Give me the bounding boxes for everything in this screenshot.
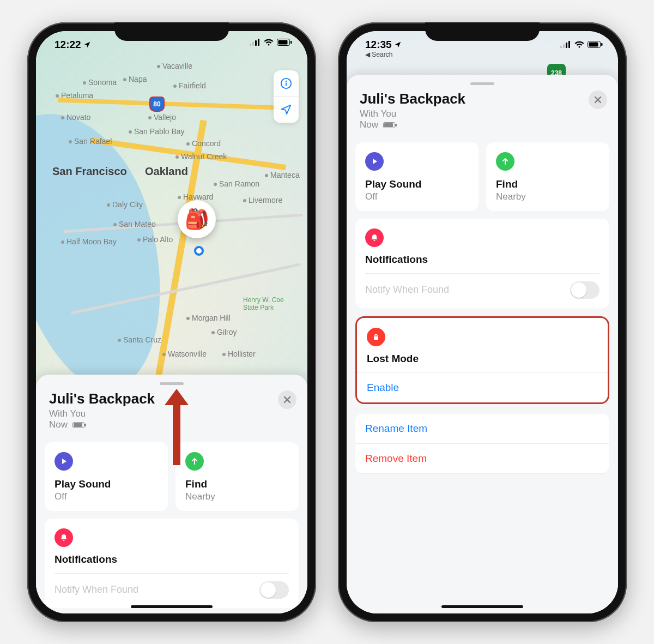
- home-indicator[interactable]: [441, 605, 523, 608]
- status-time: 12:35: [365, 39, 392, 51]
- svg-rect-17: [374, 336, 378, 340]
- notify-when-found-row: Notify When Found: [55, 573, 289, 599]
- item-time: Now: [360, 119, 378, 130]
- notify-label: Notify When Found: [365, 284, 449, 296]
- home-indicator[interactable]: [131, 605, 213, 608]
- item-battery-icon: [383, 122, 395, 128]
- city-label: Sonoma: [83, 78, 117, 87]
- city-label: Watsonville: [162, 350, 207, 358]
- city-label: Half Moon Bay: [61, 237, 117, 246]
- city-label: Manteca: [265, 171, 300, 179]
- notifications-card: Notifications Notify When Found: [45, 519, 299, 609]
- map-info-button[interactable]: [274, 70, 299, 97]
- play-sound-sub: Off: [365, 191, 469, 202]
- city-label: San Francisco: [52, 165, 127, 178]
- svg-rect-13: [568, 41, 570, 48]
- item-pin[interactable]: 🎒: [178, 200, 216, 238]
- find-card[interactable]: Find Nearby: [175, 442, 299, 511]
- sheet-grabber[interactable]: [160, 382, 184, 385]
- sheet-grabber[interactable]: [470, 82, 494, 85]
- location-services-icon: [394, 41, 402, 49]
- notify-label: Notify When Found: [55, 584, 138, 595]
- play-sound-card[interactable]: Play Sound Off: [355, 142, 479, 211]
- find-title: Find: [496, 178, 600, 190]
- svg-rect-10: [560, 46, 562, 48]
- city-label: Petaluma: [56, 91, 93, 100]
- map-controls: [274, 70, 299, 123]
- svg-rect-5: [255, 40, 257, 46]
- close-icon: [283, 396, 291, 404]
- location-arrow-icon: [280, 104, 292, 116]
- lost-mode-card: Lost Mode Enable: [357, 318, 608, 402]
- find-icon: [185, 452, 204, 471]
- svg-rect-12: [566, 43, 567, 48]
- city-label: San Mateo: [113, 220, 156, 228]
- city-label: Napa: [123, 75, 147, 83]
- sheet-header: Juli's Backpack With You Now: [355, 91, 609, 135]
- item-battery-icon: [72, 422, 84, 428]
- play-sound-title: Play Sound: [365, 178, 469, 190]
- svg-rect-8: [278, 40, 288, 44]
- lock-icon: [367, 328, 385, 346]
- status-time: 12:22: [55, 39, 81, 51]
- city-label: Vacaville: [157, 62, 192, 70]
- lost-mode-enable-button[interactable]: Enable: [357, 372, 608, 402]
- play-sound-card[interactable]: Play Sound Off: [45, 442, 168, 511]
- city-label: Novato: [61, 113, 90, 122]
- svg-rect-11: [563, 44, 565, 48]
- battery-icon: [277, 39, 292, 46]
- city-label: Gilroy: [211, 328, 237, 336]
- notifications-card: Notifications Notify When Found: [355, 219, 609, 309]
- find-title: Find: [185, 478, 289, 490]
- action-row: Play Sound Off Find Nearby: [355, 142, 609, 211]
- close-button[interactable]: [278, 390, 296, 409]
- remove-item-button[interactable]: Remove Item: [355, 443, 609, 473]
- wifi-icon: [574, 41, 584, 48]
- find-card[interactable]: Find Nearby: [486, 142, 609, 211]
- find-sub: Nearby: [185, 491, 289, 502]
- interstate-shield: 80: [149, 97, 165, 112]
- phone-right: 238 12:35 ◀ Search Jul: [338, 22, 627, 622]
- city-label: San Pablo Bay: [129, 127, 185, 136]
- svg-rect-16: [601, 43, 603, 46]
- svg-rect-2: [286, 82, 287, 86]
- notifications-title: Notifications: [55, 553, 289, 565]
- close-button[interactable]: [589, 91, 607, 109]
- city-label: Santa Cruz: [118, 335, 161, 344]
- item-status: With You: [360, 109, 396, 119]
- info-icon: [280, 77, 292, 89]
- bell-icon: [365, 228, 384, 247]
- notify-toggle[interactable]: [259, 581, 289, 599]
- svg-rect-4: [252, 42, 254, 46]
- city-label: Hollister: [222, 350, 256, 358]
- notify-toggle[interactable]: [570, 281, 600, 299]
- city-label: San Rafael: [69, 137, 112, 146]
- city-label: Morgan Hill: [186, 314, 231, 322]
- play-sound-title: Play Sound: [55, 478, 158, 490]
- svg-rect-6: [258, 39, 259, 46]
- city-label: San Ramon: [214, 179, 259, 188]
- city-label: Palo Alto: [137, 235, 173, 244]
- map-locate-button[interactable]: [274, 97, 299, 123]
- phone-left: San FranciscoOaklandVacavilleNapaSonomaF…: [27, 22, 316, 622]
- current-location-dot: [194, 246, 204, 256]
- screen-left: San FranciscoOaklandVacavilleNapaSonomaF…: [36, 31, 307, 613]
- bell-icon: [55, 528, 73, 547]
- city-label: Vallejo: [148, 113, 176, 122]
- item-sheet-expanded[interactable]: Juli's Backpack With You Now Play Sound …: [347, 75, 618, 613]
- city-label: Walnut Creek: [175, 152, 227, 161]
- rename-item-button[interactable]: Rename Item: [355, 414, 609, 443]
- city-label: Daly City: [107, 200, 143, 209]
- play-sound-sub: Off: [55, 491, 158, 502]
- backpack-icon: 🎒: [185, 208, 209, 231]
- cellular-icon: [560, 41, 571, 48]
- city-label: Fairfield: [173, 81, 206, 90]
- status-right: [250, 39, 292, 46]
- park-label: Henry W. Coe State Park: [243, 296, 292, 311]
- back-to-app[interactable]: ◀ Search: [365, 51, 603, 58]
- status-right: [560, 41, 603, 48]
- battery-icon: [588, 41, 603, 48]
- item-title: Juli's Backpack: [360, 91, 607, 107]
- lost-mode-highlight: Lost Mode Enable: [355, 316, 609, 404]
- screen-right: 238 12:35 ◀ Search Jul: [347, 31, 618, 613]
